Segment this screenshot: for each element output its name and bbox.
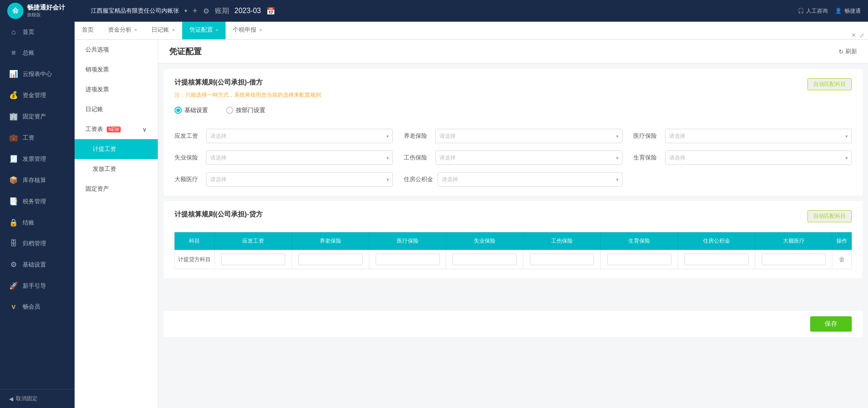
sidebar-item-close[interactable]: 🔒 结账 [0,212,75,233]
calendar-icon[interactable]: 📅 [266,7,275,15]
page-content: 公共选项 销项发票 进项发票 日记账 工资表 NEW ∨ [75,40,868,408]
sidebar-label-settings: 基础设置 [23,261,46,269]
invoice-icon: 🧾 [9,155,18,163]
form-select-gongshang-placeholder: 请选择 [439,154,456,162]
refresh-button[interactable]: ↻ 刷新 [839,47,857,56]
form-select-shengyu-placeholder: 请选择 [669,154,685,162]
left-menu-journal[interactable]: 日记账 [75,99,158,119]
pin-icon: ◀ [9,396,13,402]
input-yingfa[interactable] [221,253,285,265]
sidebar-label-salary: 工资 [23,134,34,142]
close-period-icon: 🔒 [9,218,18,227]
sidebar-item-home[interactable]: ⌂ 首页 [0,22,75,42]
input-shiye[interactable] [453,253,517,265]
tab-journal[interactable]: 日记账 × [144,22,182,39]
delete-row-button[interactable]: 🗑 [839,256,845,263]
tab-voucher[interactable]: 凭证配置 × [182,22,226,39]
form-select-yingfa[interactable]: 请选择 ▾ [206,129,393,143]
sidebar-label-reports: 云报表中心 [23,70,52,78]
logo-icon: 会 [7,3,24,19]
form-label-zhufang: 住房公积金 [404,175,433,183]
page-header: 凭证配置 ↻ 刷新 [158,40,868,64]
sidebar-item-funds[interactable]: 💰 资金管理 [0,84,75,106]
company-dropdown-icon[interactable]: ▾ [184,8,187,14]
sidebar-item-archive[interactable]: 🗄 归档管理 [0,233,75,254]
form-select-yingfa-placeholder: 请选择 [210,132,226,140]
tab-voucher-close[interactable]: × [216,27,218,33]
expand-icon: ∨ [142,126,147,133]
settings-icon[interactable]: ⚙ [203,7,209,15]
user-area[interactable]: 👤 畅捷通 [835,7,861,15]
credit-auto-match-button[interactable]: 自动匹配科目 [807,210,852,222]
sidebar-item-ledger[interactable]: ≡ 总账 [0,42,75,63]
form-select-shiye[interactable]: 请选择 ▾ [206,150,393,165]
left-menu-public[interactable]: 公共选项 [75,40,158,60]
sidebar-item-settings[interactable]: ⚙ 基础设置 [0,254,75,275]
left-menu-sales[interactable]: 销项发票 [75,60,158,80]
col-gongshang: 工伤保险 [524,233,601,250]
input-zhufang[interactable] [684,253,749,265]
form-select-dale-placeholder: 请选择 [210,176,226,183]
form-select-shengyu[interactable]: 请选择 ▾ [665,150,852,165]
cancel-pin-button[interactable]: ◀ 取消固定 [0,389,75,408]
tab-bar-right: × ⤢ [852,31,868,39]
sidebar-item-vip[interactable]: V 畅会员 [0,296,75,317]
input-shengyu[interactable] [607,253,671,265]
tab-home[interactable]: 首页 [75,22,101,39]
left-menu-fafang[interactable]: 发放工资 [75,159,158,179]
col-yiliao: 医疗保险 [369,233,446,250]
credit-section: 计提核算规则(公司承担)-贷方 自动匹配科目 科目 应发工资 养老保险 医疗保险… [164,201,863,278]
cell-shengyu [601,250,678,269]
input-yanglao[interactable] [298,253,363,265]
tab-funds-close[interactable]: × [134,27,137,33]
tab-tax-close[interactable]: × [259,27,262,33]
form-select-zhufang-placeholder: 请选择 [442,176,458,183]
form-label-yingfa: 应发工资 [175,132,202,140]
sidebar-item-assets[interactable]: 🏢 固定资产 [0,106,75,127]
dropdown-arrow-gongshang: ▾ [616,155,618,160]
form-select-zhufang[interactable]: 请选择 ▾ [438,172,622,187]
top-bar: 会 畅捷通好会计 旗舰版 江西服宝精品有限责任公司内账张 ▾ + ⚙ 账期 20… [0,0,868,22]
form-item-dale: 大额医疗 请选择 ▾ [175,172,393,187]
col-shiye: 失业保险 [446,233,524,250]
sidebar-item-salary[interactable]: 💼 工资 [0,127,75,148]
form-select-yiliao[interactable]: 请选择 ▾ [665,129,852,143]
cell-gongshang [524,250,601,269]
sidebar-item-inventory[interactable]: 📦 库存核算 [0,169,75,191]
save-button[interactable]: 保存 [810,316,852,332]
form-select-gongshang[interactable]: 请选择 ▾ [435,150,622,165]
left-menu-salary-table[interactable]: 工资表 NEW ∨ [75,119,158,139]
sidebar-item-guide[interactable]: 🚀 新手引导 [0,275,75,296]
tab-tax-label: 个税申报 [233,26,256,34]
radio-dept[interactable]: 按部门设置 [226,106,265,114]
tab-funds[interactable]: 资金分析 × [101,22,144,39]
left-menu-jiti[interactable]: 计提工资 [75,139,158,159]
tab-bar: 首页 资金分析 × 日记账 × 凭证配置 × 个税申报 × × ⤢ [75,22,868,40]
form-select-dale[interactable]: 请选择 ▾ [206,172,393,187]
refresh-icon: ↻ [839,48,844,55]
debit-auto-match-button[interactable]: 自动匹配科目 [807,78,852,90]
tab-close-all-icon[interactable]: × [852,31,856,39]
form-select-shiye-placeholder: 请选择 [210,154,226,162]
form-select-yanglao[interactable]: 请选择 ▾ [435,129,622,143]
input-dale[interactable] [762,253,826,265]
support-button[interactable]: 🎧 人工咨询 [797,7,828,15]
tab-tax[interactable]: 个税申报 × [226,22,269,39]
sidebar-label-tax: 税务管理 [23,197,46,206]
top-bar-middle: 江西服宝精品有限责任公司内账张 ▾ + ⚙ 账期 2023-03 📅 [82,6,797,16]
add-button[interactable]: + [193,6,198,16]
user-icon: 👤 [835,8,842,14]
radio-basic[interactable]: 基础设置 [175,106,208,114]
input-gongshang[interactable] [530,253,594,265]
sidebar-item-reports[interactable]: 📊 云报表中心 [0,63,75,84]
sidebar-item-tax[interactable]: 📑 税务管理 [0,191,75,212]
input-yiliao[interactable] [376,253,440,265]
left-menu-purchase[interactable]: 进项发票 [75,80,158,99]
left-menu-fixed-assets[interactable]: 固定资产 [75,179,158,199]
tab-journal-close[interactable]: × [172,27,175,33]
form-item-yanglao: 养老保险 请选择 ▾ [404,129,622,143]
tab-expand-icon[interactable]: ⤢ [859,32,864,39]
content-area: 首页 资金分析 × 日记账 × 凭证配置 × 个税申报 × × ⤢ [75,22,868,408]
sidebar-item-invoice[interactable]: 🧾 发票管理 [0,148,75,169]
sidebar-label-home: 首页 [23,28,34,36]
